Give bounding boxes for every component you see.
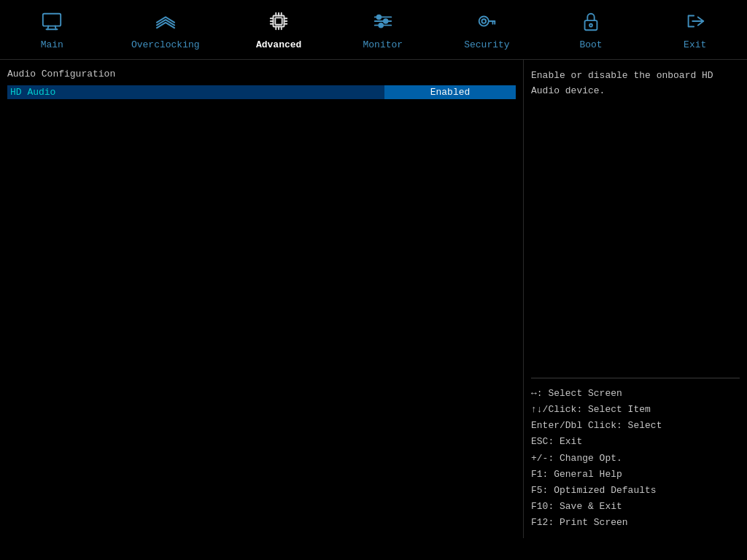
cpu-icon	[268, 10, 290, 36]
keybinding-line: F10: Save & Exit	[531, 499, 740, 515]
description-text: Enable or disable the onboard HD Audio d…	[531, 70, 713, 96]
keybinding-line: ↔: Select Screen	[531, 386, 740, 402]
nav-item-security[interactable]: Security	[450, 7, 523, 53]
keybinding-line: F5: Optimized Defaults	[531, 483, 740, 499]
svg-rect-5	[276, 18, 282, 24]
svg-rect-29	[585, 20, 597, 30]
nav-item-monitor[interactable]: Monitor	[347, 7, 419, 53]
svg-point-30	[589, 24, 592, 27]
nav-label-exit: Exit	[684, 39, 706, 50]
nav-label-monitor: Monitor	[363, 39, 403, 50]
exit-icon	[684, 10, 706, 36]
section-title: Audio Configuration	[0, 69, 523, 84]
svg-rect-0	[43, 14, 61, 26]
hd-audio-value[interactable]: Enabled	[384, 85, 516, 99]
nav-item-main[interactable]: Main	[15, 7, 88, 53]
nav-item-exit[interactable]: Exit	[659, 7, 732, 53]
keybinding-line: F1: General Help	[531, 467, 740, 483]
svg-point-21	[376, 15, 381, 20]
keybinding-line: ESC: Exit	[531, 434, 740, 450]
key-icon	[476, 10, 498, 36]
sliders-icon	[372, 10, 394, 36]
nav-item-boot[interactable]: Boot	[554, 7, 627, 53]
content-area: Audio Configuration HD Audio Enabled Ena…	[0, 60, 747, 538]
nav-label-security: Security	[464, 39, 509, 50]
keybindings-area: ↔: Select Screen↑↓/Click: Select ItemEnt…	[531, 378, 740, 538]
monitor-icon	[41, 10, 63, 36]
config-row-hd-audio[interactable]: HD Audio Enabled	[0, 84, 523, 101]
keybinding-line: ↑↓/Click: Select Item	[531, 402, 740, 418]
nav-item-advanced[interactable]: Advanced	[242, 7, 315, 53]
info-panel: Enable or disable the onboard HD Audio d…	[524, 60, 747, 538]
description-area: Enable or disable the onboard HD Audio d…	[531, 69, 740, 378]
svg-point-23	[379, 23, 383, 28]
main-panel: Audio Configuration HD Audio Enabled	[0, 60, 524, 538]
nav-item-overclocking[interactable]: Overclocking	[120, 7, 212, 53]
svg-point-24	[479, 16, 489, 26]
svg-point-25	[482, 19, 487, 23]
nav-label-main: Main	[41, 39, 63, 50]
hd-audio-key: HD Audio	[7, 85, 384, 99]
nav-bar: Main Overclocking	[0, 0, 747, 60]
lock-icon	[580, 10, 602, 36]
nav-label-boot: Boot	[579, 39, 602, 50]
layers-icon	[155, 10, 177, 36]
nav-label-overclocking: Overclocking	[131, 39, 200, 50]
keybinding-line: Enter/Dbl Click: Select	[531, 418, 740, 434]
keybinding-line: +/-: Change Opt.	[531, 451, 740, 467]
nav-label-advanced: Advanced	[256, 39, 301, 50]
svg-point-22	[384, 19, 388, 23]
keybinding-line: F12: Print Screen	[531, 515, 740, 531]
